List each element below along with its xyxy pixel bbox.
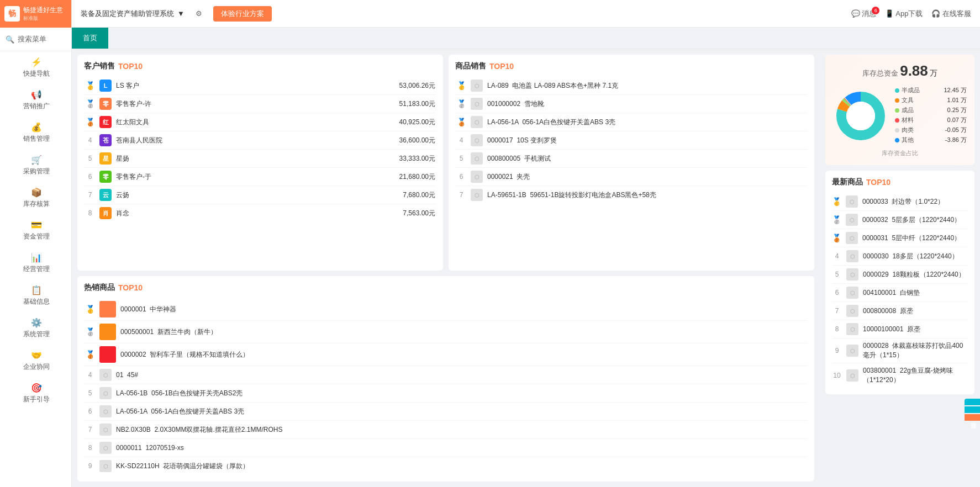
- sidebar-item-label: 企业协同: [23, 362, 50, 372]
- product-info: LA-089 电池盖 LA-089 ABS本色+黑种 7.1克: [487, 81, 807, 91]
- float-service: 客服热线 服务社区 直播: [965, 399, 980, 421]
- service-community-btn[interactable]: 服务社区: [965, 406, 980, 413]
- avatar: 星: [99, 152, 112, 165]
- newest-list: 🥇 ⬡ 0000033 封边带（1.0*22） 🥈 ⬡ 0000032 5层多层…: [832, 193, 968, 388]
- hot-product-info: 0000001 中华神器: [120, 305, 807, 314]
- newest-product-info: 003800001 22g鱼豆腐-烧烤味（1*12*20）: [863, 366, 968, 385]
- search-menu-button[interactable]: 🔍 搜索菜单: [6, 32, 66, 46]
- rank-icon: 🥉: [85, 118, 95, 126]
- system-selector[interactable]: 装备及固定资产辅助管理系统 ▼: [81, 9, 185, 19]
- rank-num: 9: [85, 462, 95, 470]
- product-thumbnail: [99, 301, 116, 317]
- sidebar-item-guide[interactable]: 🎯 新手引导: [0, 377, 71, 410]
- newest-item: 8 ⬡ 10000100001 原垄: [832, 320, 968, 338]
- legend-finished: 成品 0.25 万: [895, 106, 967, 114]
- message-badge[interactable]: 💬 消息 6: [851, 9, 877, 19]
- customer-list: 🥇 L LS 客户 53,006.26元 🥈 零 零售客户-许 51,183.0…: [84, 77, 436, 222]
- customer-title-text: 客户销售: [84, 61, 115, 71]
- rank-num: 6: [85, 173, 95, 181]
- customer-amount: 21,680.00元: [399, 172, 435, 182]
- trial-button[interactable]: 体验行业方案: [213, 6, 272, 22]
- rank-num: 7: [85, 426, 95, 433]
- product-sales-text: 商品销售: [455, 61, 486, 71]
- product-icon: ⬡: [471, 98, 483, 110]
- legend-dot: [895, 128, 899, 133]
- sidebar-item-label: 营销推广: [23, 102, 50, 111]
- sidebar-item-finance[interactable]: 💳 资金管理: [0, 214, 71, 247]
- sidebar-item-inventory[interactable]: 📦 库存核算: [0, 182, 71, 214]
- hot-product-item: 7 ⬡ NB2.0X30B 2.0X30MM双摆花轴.摆花直径2.1MM/ROH…: [84, 421, 808, 439]
- product-thumbnail: [99, 324, 116, 340]
- logo-icon: 畅: [4, 6, 20, 22]
- product-icon: ⬡: [846, 250, 858, 262]
- legend-dot: [895, 108, 899, 113]
- sidebar-item-label: 经营管理: [23, 264, 50, 274]
- newest-product-info: 0000029 18颗粒板（1220*2440）: [863, 270, 968, 279]
- inventory-subtitle: 库存资金占比: [833, 149, 967, 157]
- avatar: 苍: [99, 134, 112, 146]
- settings-button[interactable]: ⚙: [191, 6, 207, 22]
- product-sales-card: 商品销售 TOP10 🥇 ⬡ LA-089 电池盖 LA-089 ABS本色+黑…: [449, 55, 814, 271]
- sidebar-item-basics[interactable]: 📋 基础信息: [0, 279, 71, 312]
- live-btn[interactable]: 直播: [965, 414, 980, 421]
- product-icon: ⬡: [846, 195, 858, 208]
- sidebar-item-sales[interactable]: 💰 销售管理: [0, 117, 71, 149]
- inventory-total: 库存总资金 9.88 万: [833, 62, 967, 80]
- customer-list-item: 🥈 零 零售客户-许 51,183.00元: [84, 95, 436, 113]
- legend-semi-finished: 半成品 12.45 万: [895, 86, 967, 94]
- sales-icon: 💰: [31, 122, 42, 133]
- customer-amount: 51,183.00元: [399, 99, 435, 109]
- rank-num: 5: [85, 155, 95, 162]
- search-label: 搜索菜单: [18, 34, 46, 44]
- newest-item: 🥉 ⬡ 0000031 5层中纤（1220*2440）: [832, 229, 968, 247]
- sidebar-item-marketing[interactable]: 📢 营销推广: [0, 84, 71, 117]
- product-info: 0000017 10S 变刹罗煲: [487, 136, 807, 145]
- product-icon: ⬡: [846, 323, 858, 335]
- operations-icon: 📊: [31, 252, 42, 263]
- tab-home[interactable]: 首页: [72, 28, 108, 49]
- rank-num: 5: [456, 155, 466, 162]
- inventory-unit: 万: [930, 68, 937, 77]
- sidebar-item-purchase[interactable]: 🛒 采购管理: [0, 149, 71, 182]
- rank-icon: 🥉: [85, 350, 95, 359]
- product-icon: ⬡: [471, 152, 483, 165]
- logo-text-wrap: 畅捷通好生意 标准版: [23, 6, 63, 22]
- avatar: 肖: [99, 207, 112, 219]
- rank-num: 6: [85, 407, 95, 415]
- rank-num: 10: [832, 372, 842, 379]
- product-icon: ⬡: [846, 305, 858, 317]
- customer-amount: 53,006.26元: [399, 81, 435, 91]
- customer-name: 肖念: [116, 209, 398, 218]
- customer-amount: 7,680.00元: [403, 190, 435, 200]
- newest-item: 🥈 ⬡ 0000032 5层多层（1220*2440）: [832, 211, 968, 229]
- rank-num: 7: [832, 307, 842, 315]
- legend-other: 其他 -3.86 万: [895, 136, 967, 144]
- sidebar-item-label: 新手引导: [23, 395, 50, 404]
- inventory-icon: 📦: [31, 187, 42, 198]
- newest-title-text: 最新商品: [832, 177, 863, 187]
- product-icon: ⬡: [471, 80, 483, 92]
- customer-service-btn[interactable]: 客服热线: [965, 399, 980, 405]
- rank-icon: 🥇: [85, 81, 95, 90]
- product-info: LA-056-1A 056-1A白色按键开关盖ABS 3壳: [487, 118, 807, 127]
- product-scroll-item: 6 ⬡ 0000021 夹壳: [455, 168, 808, 186]
- sidebar-item-quick[interactable]: ⚡ 快捷导航: [0, 51, 71, 84]
- top-header: 装备及固定资产辅助管理系统 ▼ ⚙ 体验行业方案 💬 消息 6 📱 App下载 …: [72, 0, 980, 28]
- hot-product-item: 9 ⬡ KK-SD22110H 花语萌偶温分罐罐袋（厚款）: [84, 457, 808, 475]
- sidebar-item-label: 基础信息: [23, 297, 50, 306]
- newest-product-info: 0000033 封边带（1.0*22）: [862, 197, 968, 207]
- online-service-link[interactable]: 🎧 在线客服: [931, 9, 971, 19]
- hot-product-item: 🥇 0000001 中华神器: [84, 298, 808, 321]
- sidebar-item-cooperation[interactable]: 🤝 企业协同: [0, 345, 71, 377]
- sidebar-item-operations[interactable]: 📊 经营管理: [0, 247, 71, 279]
- product-icon: ⬡: [99, 442, 112, 454]
- system-name: 装备及固定资产辅助管理系统: [81, 9, 174, 19]
- sidebar-item-system[interactable]: ⚙️ 系统管理: [0, 312, 71, 345]
- newest-product-info: 004100001 白钢垫: [863, 288, 968, 298]
- marketing-icon: 📢: [31, 89, 42, 100]
- sidebar: 畅 畅捷通好生意 标准版 🔍 搜索菜单 ⚡ 快捷导航 📢 营销推广 💰 销售管理…: [0, 0, 72, 487]
- hot-product-item: 8 ⬡ 0000011 12070519-xs: [84, 439, 808, 457]
- app-download-link[interactable]: 📱 App下载: [885, 9, 923, 19]
- hot-product-item: 6 ⬡ LA-056-1A 056-1A白色按键开关盖ABS 3壳: [84, 403, 808, 421]
- sidebar-item-label: 快捷导航: [23, 69, 50, 78]
